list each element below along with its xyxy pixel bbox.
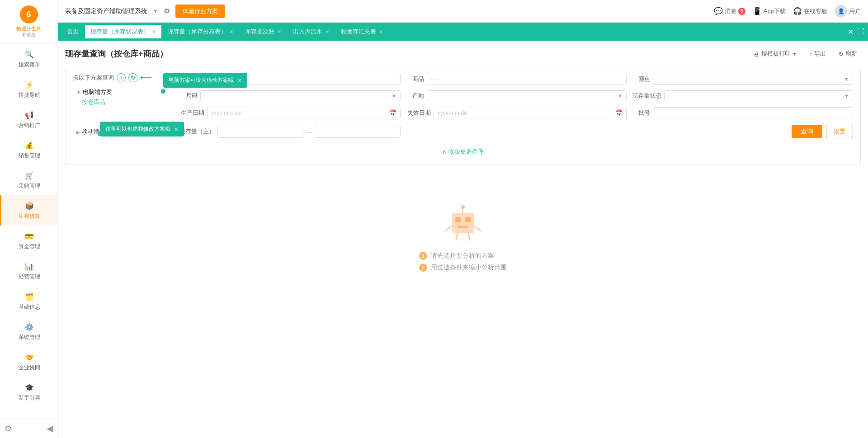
tab-close-icon[interactable]: ✕: [325, 29, 329, 35]
online-service-item[interactable]: 🎧 在线客服: [793, 7, 827, 15]
add-scheme-btn[interactable]: +: [117, 73, 126, 82]
sidebar-bottom: ⚙ ◀: [0, 419, 57, 438]
desktop-scheme-label: 电脑端方案: [83, 88, 112, 96]
filter-actions: 查询 设置: [632, 125, 853, 138]
size-select[interactable]: ▼: [200, 90, 401, 101]
system-icon: ⚙️: [24, 322, 34, 332]
message-badge: 6: [738, 8, 745, 15]
expiry-date-input[interactable]: yyyy-mm-dd 📅: [434, 107, 627, 119]
empty-illustration: [440, 199, 486, 245]
tab-label: 库存批次账: [245, 28, 274, 36]
back-arrow-icon[interactable]: ⟵: [140, 73, 152, 83]
enterprise-icon: 🤝: [24, 352, 34, 362]
sidebar-item-label: 营销推广: [19, 122, 40, 129]
print-label: 按模板打印: [761, 50, 791, 58]
page-header: 现存量查询（按仓库+商品） 🖨 按模板打印 ▼ ↑ 导出 ↻ 刷新: [65, 48, 861, 60]
refresh-button[interactable]: ↻ 刷新: [835, 48, 861, 60]
stock-min-input[interactable]: [217, 126, 303, 138]
tab-close-icon[interactable]: ✕: [277, 29, 281, 35]
print-button[interactable]: 🖨 按模板打印 ▼: [750, 48, 801, 60]
export-button[interactable]: ↑ 导出: [806, 48, 830, 60]
collapse-sidebar-icon[interactable]: ◀: [47, 424, 53, 433]
tooltip-close-1[interactable]: ✕: [237, 77, 242, 84]
refresh-scheme-btn[interactable]: ↻: [128, 73, 137, 82]
batch-input[interactable]: [653, 107, 853, 119]
sidebar-item-purchase[interactable]: 🛒 采购管理: [0, 165, 57, 195]
scheme-panel: 按以下方案查询 + ↻ ⟵ ▼ 电脑端方案 按仓库: [73, 73, 172, 138]
sidebar: 6 畅通好生意 标准版 🔍 搜索菜单 ⚡ 快捷导航 📢 营销推广 💰 销售管理 …: [0, 0, 58, 438]
tab-batch[interactable]: 库存批次账 ✕: [240, 25, 287, 38]
collapse-icon: ∧: [442, 148, 447, 155]
tab-inventory-status[interactable]: 现存量（库存状况表） ✕: [85, 25, 161, 38]
sidebar-item-quick-nav[interactable]: ⚡ 快捷导航: [0, 74, 57, 104]
message-label: 消息: [725, 7, 736, 15]
sidebar-item-label: 新手引导: [19, 394, 40, 402]
product-field: 商品 ···: [406, 73, 627, 85]
content: 现存量查询（按仓库+商品） 🖨 按模板打印 ▼ ↑ 导出 ↻ 刷新: [58, 41, 868, 438]
stock-max-input[interactable]: [315, 126, 401, 138]
calendar-icon-2[interactable]: 📅: [615, 109, 623, 117]
sidebar-item-enterprise[interactable]: 🤝 企业协同: [0, 347, 57, 377]
sidebar-item-guide[interactable]: 🎓 新手引导: [0, 377, 57, 407]
tab-home-label: 首页: [67, 28, 79, 35]
online-service-label: 在线客服: [804, 7, 827, 15]
tab-home[interactable]: 首页: [61, 25, 84, 38]
sidebar-item-search[interactable]: 🔍 搜索菜单: [0, 44, 57, 74]
origin-select[interactable]: ▼: [427, 90, 627, 101]
sidebar-nav: 🔍 搜索菜单 ⚡ 快捷导航 📢 营销推广 💰 销售管理 🛒 采购管理 📦 库存核…: [0, 44, 57, 419]
marketing-icon: 📢: [24, 110, 34, 120]
sidebar-item-base[interactable]: 🗂️ 基础信息: [0, 286, 57, 316]
sidebar-item-finance[interactable]: 💳 资金管理: [0, 226, 57, 256]
tab-inventory-dist[interactable]: 现存量（库存分布表） ✕: [162, 25, 239, 38]
main-area: 装备及固定资产辅助管理系统 ▼ ⚙ 体验行业方案 💬 消息 6 📱 App下载 …: [58, 0, 868, 438]
sidebar-item-inventory[interactable]: 📦 库存核算: [0, 195, 57, 226]
tab-receivable[interactable]: 收发存汇总表 ✕: [335, 25, 388, 38]
svg-line-7: [474, 226, 481, 231]
settings-icon[interactable]: ⚙: [5, 424, 12, 433]
tab-close-icon[interactable]: ✕: [229, 29, 233, 35]
message-icon: 💬: [714, 7, 723, 15]
sidebar-item-sales[interactable]: 💰 销售管理: [0, 135, 57, 165]
system-name-arrow: ▼: [153, 8, 158, 14]
origin-field: 产地 ▼: [406, 90, 627, 101]
tab-inout[interactable]: 出入库流水 ✕: [288, 25, 335, 38]
stock-status-select[interactable]: ▼: [664, 90, 853, 101]
tab-close-all-icon[interactable]: ✕: [848, 28, 854, 36]
expiry-date-field: 失效日期 yyyy-mm-dd 📅: [406, 107, 627, 119]
sidebar-item-label: 企业协同: [19, 364, 40, 372]
tab-close-icon[interactable]: ✕: [379, 29, 383, 35]
calendar-icon-1[interactable]: 📅: [389, 109, 396, 117]
user-item[interactable]: 👤 用户: [835, 5, 861, 18]
phone-icon: 📱: [753, 7, 762, 15]
empty-tip-2: 2 用过滤条件来缩小分析范围: [419, 264, 507, 272]
tooltip-close-2[interactable]: ✕: [174, 126, 179, 132]
sidebar-item-marketing[interactable]: 📢 营销推广: [0, 104, 57, 135]
expiry-date-label: 失效日期: [406, 109, 431, 117]
query-button[interactable]: 查询: [792, 125, 822, 138]
desktop-expand-icon: ▼: [76, 90, 81, 95]
sidebar-item-operations[interactable]: 📊 经营管理: [0, 256, 57, 286]
product-input[interactable]: ···: [427, 73, 627, 85]
message-item[interactable]: 💬 消息 6: [714, 7, 745, 15]
reset-button[interactable]: 设置: [826, 125, 853, 138]
stock-status-label: 现存量状态: [632, 92, 661, 100]
desktop-scheme-sub[interactable]: 按仓库品: [73, 98, 172, 108]
filter-label: 按以下方案查询: [73, 74, 114, 82]
tab-close-icon[interactable]: ✕: [152, 29, 156, 35]
production-date-input[interactable]: yyyy-mm-dd 📅: [207, 107, 401, 119]
origin-arrow: ▼: [618, 93, 623, 99]
collapse-row[interactable]: ∧ 收起更多条件: [73, 144, 853, 159]
settings-gear-icon[interactable]: ⚙: [164, 7, 170, 15]
trial-button[interactable]: 体验行业方案: [175, 5, 225, 18]
sidebar-item-system[interactable]: ⚙️ 系统管理: [0, 316, 57, 347]
desktop-scheme-item[interactable]: ▼ 电脑端方案: [73, 86, 172, 98]
color-select[interactable]: ▼: [653, 74, 853, 85]
app-download-item[interactable]: 📱 App下载: [753, 7, 786, 15]
print-icon: 🖨: [754, 51, 760, 57]
sidebar-item-label: 搜索菜单: [19, 61, 40, 69]
app-download-label: App下载: [764, 7, 786, 15]
size-label: 尺码: [179, 92, 198, 100]
tooltip-desktop: 电脑方案可设为移动方案哦 ✕: [163, 73, 247, 88]
production-date-field: 生产日期 yyyy-mm-dd 📅: [179, 107, 401, 119]
tab-expand-icon[interactable]: ⛶: [857, 28, 864, 36]
